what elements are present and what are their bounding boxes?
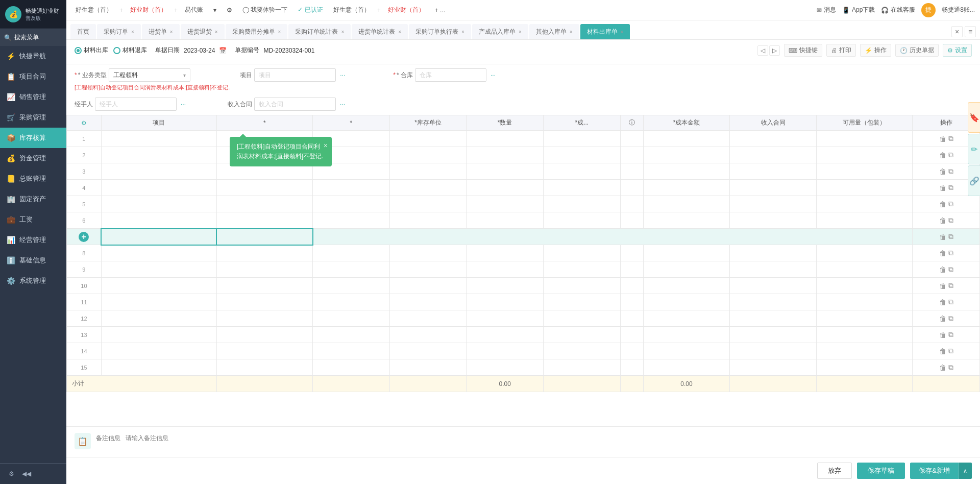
operation-btn[interactable]: ⚡ 操作 xyxy=(860,44,891,57)
sidebar-item-quicknav[interactable]: ⚡ 快捷导航 xyxy=(0,46,66,66)
tab-purchase-expense[interactable]: 采购费用分摊单 × xyxy=(226,24,288,39)
topbar-good-finance[interactable]: 好业财（首） xyxy=(126,4,171,16)
delete-icon[interactable]: 🗑 xyxy=(939,200,946,208)
topbar-more[interactable]: + ... xyxy=(431,5,449,16)
settings-btn[interactable]: ⚙ 设置 xyxy=(943,44,972,57)
copy-icon[interactable]: ⧉ xyxy=(948,200,953,208)
copy-icon[interactable]: ⧉ xyxy=(948,232,953,241)
delete-icon[interactable]: 🗑 xyxy=(939,216,946,225)
delete-icon[interactable]: 🗑 xyxy=(939,314,946,323)
pen-btn[interactable]: ✏ xyxy=(968,134,980,164)
history-btn[interactable]: 🕐 历史单据 xyxy=(895,44,939,57)
link-btn[interactable]: 🔗 xyxy=(968,165,980,196)
delete-icon[interactable]: 🗑 xyxy=(939,282,946,290)
tab-purchase-stats[interactable]: 采购订单统计表 × xyxy=(288,24,351,39)
topbar-app-download[interactable]: 📱 App下载 xyxy=(842,6,875,14)
delete-icon[interactable]: 🗑 xyxy=(939,249,946,257)
project-ellipsis[interactable]: ··· xyxy=(338,71,347,79)
collapse-icon[interactable]: ◀◀ xyxy=(21,469,32,479)
tab-incoming-return[interactable]: 进货退货 × xyxy=(181,24,225,39)
tab-purchase-order[interactable]: 采购订单 × xyxy=(97,24,141,39)
copy-icon[interactable]: ⧉ xyxy=(948,167,953,176)
topbar-good-biz[interactable]: 好生意（首） xyxy=(71,4,116,16)
tab-incoming-stats[interactable]: 进货单统计表 × xyxy=(352,24,408,39)
tab-purchase-order-close[interactable]: × xyxy=(131,29,134,35)
copy-icon[interactable]: ⧉ xyxy=(948,216,953,225)
copy-icon[interactable]: ⧉ xyxy=(948,314,953,323)
handler-input[interactable]: 经手人 xyxy=(95,98,177,111)
sidebar-item-purchase[interactable]: 🛒 采购管理 xyxy=(0,107,66,128)
single-no-value[interactable]: MD-20230324-001 xyxy=(261,47,316,54)
topbar-online-service[interactable]: 🎧 在线客服 xyxy=(881,6,915,14)
sidebar-item-baseinfo[interactable]: ℹ️ 基础信息 xyxy=(0,250,66,271)
tab-purchase-expense-close[interactable]: × xyxy=(278,29,281,35)
delete-icon[interactable]: 🗑 xyxy=(939,184,946,192)
copy-icon[interactable]: ⧉ xyxy=(948,249,953,257)
warehouse-input[interactable]: 仓库 xyxy=(415,68,486,82)
sidebar-item-search[interactable]: 🔍 搜索菜单 xyxy=(0,29,66,46)
project-input[interactable]: 项目 xyxy=(254,68,336,82)
income-contract-ellipsis[interactable]: ··· xyxy=(338,101,347,108)
bookmark-btn[interactable]: 🔖 xyxy=(968,102,980,133)
topbar-message[interactable]: ✉ 消息 xyxy=(817,6,836,14)
handler-ellipsis[interactable]: ··· xyxy=(179,101,188,108)
tab-material-outbound[interactable]: 材料出库单 × xyxy=(580,24,630,39)
sidebar-item-sysconfig[interactable]: ⚙️ 系统管理 xyxy=(0,271,66,291)
delete-icon[interactable]: 🗑 xyxy=(939,331,946,339)
shortcut-btn[interactable]: ⌨ 快捷键 xyxy=(784,44,822,57)
save-new-arrow-btn[interactable]: ∧ xyxy=(959,463,972,479)
data-table-container[interactable]: ⚙ 项目 * * *库存单位 *数量 *成... ⓘ *成本金额 收入合同 可用… xyxy=(66,115,980,426)
nav-prev-btn[interactable]: ◁ xyxy=(757,45,768,56)
tab-purchase-exec-close[interactable]: × xyxy=(461,29,464,35)
copy-icon[interactable]: ⧉ xyxy=(948,265,953,274)
tab-product-inbound-close[interactable]: × xyxy=(519,29,522,35)
tab-product-inbound[interactable]: 产成品入库单 × xyxy=(472,24,528,39)
delete-icon[interactable]: 🗑 xyxy=(939,233,946,241)
tab-purchase-stats-close[interactable]: × xyxy=(341,29,344,35)
tab-incoming-close[interactable]: × xyxy=(170,29,173,35)
add-row-btn[interactable]: + xyxy=(79,232,89,242)
tab-incoming[interactable]: 进货单 × xyxy=(142,24,180,39)
note-input[interactable] xyxy=(126,431,972,451)
sidebar-item-assets[interactable]: 🏢 固定资产 xyxy=(0,189,66,209)
th-gear[interactable]: ⚙ xyxy=(67,115,102,131)
copy-icon[interactable]: ⧉ xyxy=(948,134,953,143)
copy-icon[interactable]: ⧉ xyxy=(948,363,953,372)
sidebar-item-salary[interactable]: 💼 工资 xyxy=(0,209,66,230)
sidebar-item-finance[interactable]: 💰 资金管理 xyxy=(0,148,66,168)
settings-icon[interactable]: ⚙ xyxy=(6,469,16,479)
discard-button[interactable]: 放弃 xyxy=(817,463,852,479)
topbar-trial[interactable]: ◯ 我要体验一下 xyxy=(238,4,291,16)
topbar-settings-icon[interactable]: ⚙ xyxy=(223,5,236,16)
delete-icon[interactable]: 🗑 xyxy=(939,347,946,355)
delete-icon[interactable]: 🗑 xyxy=(939,298,946,306)
print-btn[interactable]: 🖨 打印 xyxy=(826,44,856,57)
topbar-easy-account[interactable]: 易代账 xyxy=(181,4,207,16)
single-date-value[interactable]: 2023-03-24 xyxy=(182,47,217,54)
topbar-good-finance2[interactable]: 好业财（首） xyxy=(384,4,429,16)
radio-material-outbound[interactable]: 材料出库 xyxy=(75,46,108,55)
income-contract-input[interactable]: 收入合同 xyxy=(254,98,336,111)
tab-purchase-exec[interactable]: 采购订单执行表 × xyxy=(409,24,471,39)
delete-icon[interactable]: 🗑 xyxy=(939,135,946,143)
sidebar-item-project[interactable]: 📋 项目合同 xyxy=(0,66,66,87)
tab-other-inbound-close[interactable]: × xyxy=(570,29,573,35)
sidebar-item-operation[interactable]: 📊 经营管理 xyxy=(0,230,66,250)
sidebar-item-inventory[interactable]: 📦 库存核算 xyxy=(0,128,66,148)
delete-icon[interactable]: 🗑 xyxy=(939,151,946,159)
copy-icon[interactable]: ⧉ xyxy=(948,347,953,355)
topbar-good-biz2[interactable]: 好生意（首） xyxy=(329,4,374,16)
delete-icon[interactable]: 🗑 xyxy=(939,265,946,274)
business-type-select[interactable]: 工程领料 ▾ xyxy=(109,68,190,82)
tooltip-close-btn[interactable]: × xyxy=(324,140,328,151)
tab-close-btn[interactable]: × xyxy=(951,26,963,37)
copy-icon[interactable]: ⧉ xyxy=(948,298,953,306)
delete-icon[interactable]: 🗑 xyxy=(939,364,946,372)
copy-icon[interactable]: ⧉ xyxy=(948,330,953,339)
tab-home[interactable]: 首页 xyxy=(70,24,96,39)
tab-material-outbound-close[interactable]: × xyxy=(621,29,624,35)
user-avatar[interactable]: 捷 xyxy=(921,3,936,17)
nav-next-btn[interactable]: ▷ xyxy=(769,45,780,56)
topbar-dropdown-arrow[interactable]: ▾ xyxy=(209,5,220,16)
topbar-username[interactable]: 畅捷通8账... xyxy=(942,6,975,14)
